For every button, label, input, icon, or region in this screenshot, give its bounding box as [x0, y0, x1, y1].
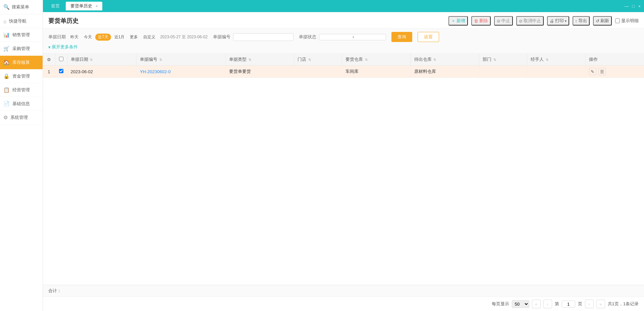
new-button[interactable]: ＋ 新增 — [448, 16, 468, 26]
window-maximize-btn[interactable]: □ — [632, 4, 635, 9]
content-area: 要货单历史 ＋ 新增 🗑 删除 ⊘ 中止 ⊘ 取消中止 — [43, 12, 644, 311]
th-store-label: 门店 — [298, 57, 306, 62]
tab-home[interactable]: 首页 — [46, 2, 64, 10]
cart-icon: 🛒 — [3, 46, 10, 52]
sidebar-search[interactable]: 🔍 搜索菜单 — [0, 0, 43, 14]
display-detail-toggle[interactable]: 显示明细 — [615, 18, 639, 24]
th-pending-warehouse[interactable]: 待出仓库 ⇅ — [411, 54, 479, 65]
sort-icon-store: ⇅ — [308, 58, 311, 61]
th-store[interactable]: 门店 ⇅ — [294, 54, 342, 65]
td-pending-warehouse: 原材料仓库 — [411, 65, 479, 78]
pagination: 每页显示 20 50 100 « ‹ 第 页 › » 共1页，1条记录 — [43, 297, 644, 311]
print-button[interactable]: 🖨 打印 ▾ — [547, 16, 569, 26]
date-btn-more[interactable]: 更多 — [128, 34, 140, 41]
th-handler[interactable]: 经手人 ⇅ — [527, 54, 585, 65]
td-handler — [527, 65, 585, 78]
sidebar-item-label: 基础信息 — [12, 101, 30, 107]
sidebar-search-label: 搜索菜单 — [12, 4, 29, 10]
date-btn-1month[interactable]: 近1月 — [112, 34, 127, 41]
th-settings[interactable]: ⚙ — [43, 54, 55, 65]
th-req-warehouse[interactable]: 要货仓库 ⇅ — [342, 54, 411, 65]
row-edit-icon[interactable]: ✎ — [589, 68, 596, 75]
column-settings-icon[interactable]: ⚙ — [47, 57, 51, 62]
chart-icon: 📊 — [3, 32, 10, 38]
expand-filter-btn[interactable]: ▾ 展开更多条件 — [48, 44, 639, 50]
cancel-stop-button[interactable]: ⊘ 取消中止 — [516, 16, 544, 26]
first-page-btn[interactable]: « — [532, 300, 541, 308]
window-close-btn[interactable]: × — [638, 4, 641, 9]
refresh-button-label: 刷新 — [600, 18, 609, 24]
page-title: 要货单历史 — [48, 17, 446, 25]
th-dept[interactable]: 部门 ⇅ — [479, 54, 527, 65]
prev-page-btn[interactable]: ‹ — [543, 300, 552, 308]
sort-icon-pending-warehouse: ⇅ — [433, 58, 436, 61]
th-date-label: 单据日期 — [71, 57, 88, 62]
select-all-checkbox[interactable] — [59, 57, 63, 61]
sort-icon-doc-no: ⇅ — [159, 58, 162, 61]
th-doc-no[interactable]: 单据编号 ⇅ — [136, 54, 225, 65]
query-button[interactable]: 查询 — [391, 32, 412, 42]
sidebar-item-system[interactable]: ⚙ 系统管理 — [0, 111, 43, 125]
sidebar-item-operations[interactable]: 📋 经营管理 — [0, 83, 43, 97]
row-checkbox[interactable] — [59, 69, 63, 73]
date-btn-custom[interactable]: 自定义 — [141, 34, 157, 41]
window-minimize-btn[interactable]: — — [625, 4, 629, 9]
export-button[interactable]: ↑ 导出 — [573, 16, 590, 26]
status-select[interactable]: ▾ — [319, 34, 386, 40]
sidebar-item-basic-info[interactable]: 📄 基础信息 — [0, 97, 43, 111]
next-page-btn[interactable]: › — [585, 300, 594, 308]
print-icon: 🖨 — [550, 18, 554, 24]
th-doc-type[interactable]: 单据类型 ⇅ — [225, 54, 294, 65]
sidebar-item-purchase[interactable]: 🛒 采购管理 — [0, 42, 43, 56]
date-btn-yesterday[interactable]: 昨天 — [68, 34, 80, 41]
td-req-warehouse: 车间库 — [342, 65, 411, 78]
stop-button[interactable]: ⊘ 中止 — [494, 16, 513, 26]
td-operation: ✎ ☰ — [585, 65, 644, 78]
th-doc-type-label: 单据类型 — [229, 57, 247, 62]
filter-settings-button[interactable]: 设置 — [418, 32, 439, 42]
th-date[interactable]: 单据日期 ⇅ — [67, 54, 136, 65]
toolbar: ＋ 新增 🗑 删除 ⊘ 中止 ⊘ 取消中止 🖨 打印 — [448, 16, 639, 26]
stop-button-label: 中止 — [501, 18, 510, 24]
print-button-label: 打印 — [555, 18, 564, 24]
page-size-select[interactable]: 20 50 100 — [512, 300, 529, 308]
tab-purchase-history-label: 要货单历史 — [70, 3, 92, 9]
row-doc-type: 要货单要货 — [229, 69, 251, 74]
sort-icon-req-warehouse: ⇅ — [365, 58, 368, 61]
status-label: 单据状态 — [299, 34, 316, 40]
row-date: 2023-06-02 — [71, 69, 93, 74]
last-page-btn[interactable]: » — [596, 300, 605, 308]
refresh-button[interactable]: ↺ 刷新 — [593, 16, 612, 26]
doc-no-input[interactable] — [233, 33, 293, 41]
page-input[interactable] — [562, 301, 575, 308]
row-detail-icon[interactable]: ☰ — [598, 68, 606, 75]
search-icon: 🔍 — [3, 4, 10, 10]
delete-button[interactable]: 🗑 删除 — [471, 16, 491, 26]
date-btn-today[interactable]: 今天 — [82, 34, 94, 41]
sidebar-item-label: 经营管理 — [12, 87, 30, 93]
tab-close-icon[interactable]: × — [96, 4, 98, 8]
sidebar-item-label: 系统管理 — [10, 115, 28, 121]
sidebar-item-inventory[interactable]: 🏠 库存核算 — [0, 56, 43, 70]
sidebar-item-quick-nav[interactable]: ⌂ 快捷导航 — [0, 14, 43, 28]
row-req-warehouse: 车间库 — [345, 69, 359, 74]
row-number: 1 — [48, 69, 50, 74]
cancel-stop-button-label: 取消中止 — [524, 18, 541, 24]
sidebar-item-sales[interactable]: 📊 销售管理 — [0, 28, 43, 42]
sidebar-item-finance[interactable]: 🔒 资金管理 — [0, 70, 43, 83]
sort-icon-handler: ⇅ — [546, 58, 548, 61]
home-icon: ⌂ — [3, 18, 6, 24]
row-doc-no-link[interactable]: YH-20230602-0 — [140, 69, 171, 74]
td-doc-no: YH-20230602-0 — [136, 65, 225, 78]
th-pending-warehouse-label: 待出仓库 — [414, 57, 432, 62]
sidebar-item-label: 销售管理 — [12, 32, 30, 38]
tab-purchase-history[interactable]: 要货单历史 × — [66, 2, 102, 10]
th-handler-label: 经手人 — [531, 57, 544, 62]
page-suffix: 页 — [578, 301, 582, 307]
th-operation-label: 操作 — [589, 57, 598, 62]
th-operation: 操作 — [585, 54, 644, 65]
table-header-row: ⚙ 单据日期 ⇅ 单据编号 ⇅ — [43, 54, 644, 65]
display-detail-checkbox[interactable] — [615, 18, 620, 23]
date-btn-7days[interactable]: 近7天 — [95, 34, 111, 41]
date-filter-buttons: 昨天 今天 近7天 近1月 更多 自定义 — [68, 34, 157, 41]
